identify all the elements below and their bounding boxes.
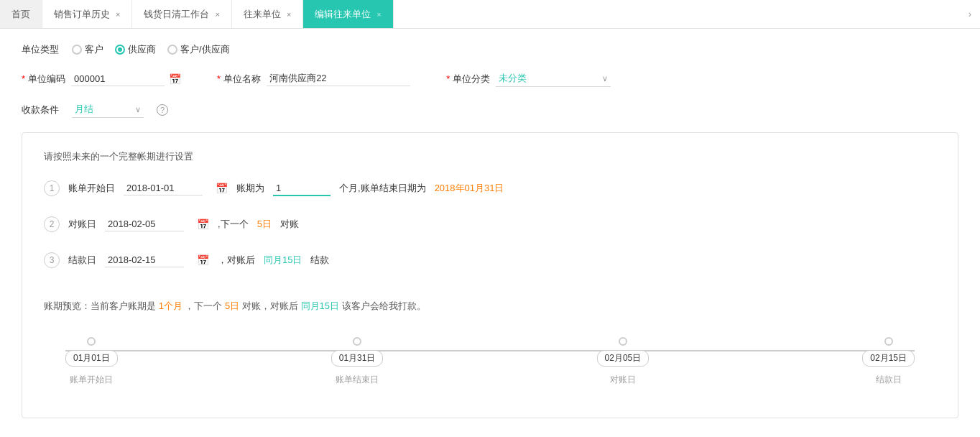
unit-cat-required: *: [446, 73, 450, 84]
preview-suffix: 该客户会给我打款。: [342, 300, 426, 311]
node-label-3: 对账日: [610, 374, 636, 386]
tab-edit-partner-label: 编辑往来单位: [315, 8, 371, 21]
chevron-right-icon: ›: [969, 9, 971, 19]
tab-partners-label: 往来单位: [244, 8, 281, 21]
step2-suffix: 对账: [280, 218, 299, 231]
preview-5day: 5日: [225, 300, 239, 311]
node-tag-2: 01月31日: [331, 350, 384, 367]
tab-more-button[interactable]: ›: [960, 0, 980, 28]
tab-bar: 首页 销售订单历史 × 钱货日清工作台 × 往来单位 × 编辑往来单位 × ›: [0, 0, 980, 29]
radio-customer-label: 客户: [85, 43, 103, 56]
step1-cal-icon[interactable]: 📅: [216, 183, 228, 194]
tab-sales-label: 销售订单历史: [54, 8, 110, 21]
radio-both[interactable]: 客户/供应商: [167, 43, 230, 56]
unit-category-dropdown[interactable]: 未分类 ∨: [496, 70, 611, 87]
tab-edit-partner[interactable]: 编辑往来单位 ×: [303, 0, 393, 28]
section-title: 请按照未来的一个完整帐期进行设置: [44, 150, 936, 163]
payment-dropdown[interactable]: 月结 ∨: [72, 101, 144, 118]
preview-same15: 同月15日: [301, 300, 339, 311]
node-label-4: 结款日: [876, 374, 902, 386]
timeline-inner: 01月01日 账单开始日 01月31日 账单结束日 02月05日 对账日: [65, 337, 915, 386]
node-tag-3: 02月05日: [597, 350, 650, 367]
step-num-2: 2: [44, 216, 60, 232]
main-content: 单位类型 客户 供应商 客户/供应商 * 单位编码 📅: [0, 29, 980, 437]
unit-code-label: 单位编码: [28, 73, 65, 86]
payment-value: 月结: [75, 103, 132, 116]
radio-supplier-circle: [115, 45, 125, 55]
unit-type-row: 单位类型 客户 供应商 客户/供应商: [22, 43, 958, 56]
step3-date-input[interactable]: [105, 253, 184, 267]
preview-comma1: ，下一个: [185, 300, 222, 311]
unit-info-row: * 单位编码 📅 * 单位名称 * 单位分类 未分类 ∨: [22, 70, 958, 87]
step-row-2: 2 对账日 📅 ,下一个 5日 对账: [44, 216, 936, 232]
radio-supplier-label: 供应商: [128, 43, 156, 56]
step2-cal-icon[interactable]: 📅: [197, 218, 209, 230]
unit-code-group: * 单位编码 📅: [22, 72, 181, 86]
unit-code-required: *: [22, 73, 25, 84]
payment-label: 收款条件: [22, 104, 59, 116]
step3-prefix: ，对账后: [218, 254, 255, 267]
unit-category-value: 未分类: [499, 72, 599, 85]
step1-mid-text: 账期为: [236, 182, 264, 195]
timeline-node-4: 02月15日 结款日: [862, 337, 915, 386]
preview-mid: 对账，对账后: [242, 300, 298, 311]
tab-sales-order-history[interactable]: 销售订单历史 ×: [42, 0, 132, 28]
timeline-node-1: 01月01日 账单开始日: [65, 337, 118, 386]
radio-supplier-dot: [118, 47, 122, 52]
unit-category-label: 单位分类: [453, 73, 490, 86]
tab-home[interactable]: 首页: [0, 0, 42, 28]
timeline-node-3: 02月05日 对账日: [597, 337, 650, 386]
step3-cal-icon[interactable]: 📅: [197, 254, 209, 266]
node-tag-4: 02月15日: [862, 350, 915, 367]
unit-name-group: * 单位名称: [217, 72, 410, 86]
tab-home-label: 首页: [11, 8, 30, 21]
step2-highlight: 5日: [257, 218, 272, 231]
step1-suffix: 个月,账单结束日期为: [339, 182, 426, 195]
radio-both-circle: [167, 45, 177, 55]
step3-suffix: 结款: [310, 254, 329, 267]
step1-date-input[interactable]: [124, 181, 203, 196]
unit-category-group: * 单位分类 未分类 ∨: [446, 70, 611, 87]
tab-partners[interactable]: 往来单位 ×: [232, 0, 303, 28]
timeline-node-2: 01月31日 账单结束日: [331, 337, 384, 386]
step-num-1: 1: [44, 180, 60, 196]
unit-name-input[interactable]: [267, 72, 410, 86]
step-row-3: 3 结款日 📅 ，对账后 同月15日 结款: [44, 252, 936, 268]
unit-code-icon[interactable]: 📅: [169, 73, 181, 85]
preview-row: 账期预览：当前客户账期是 1个月 ，下一个 5日 对账，对账后 同月15日 该客…: [44, 288, 936, 330]
unit-name-label: 单位名称: [223, 73, 261, 86]
unit-name-required: *: [217, 73, 221, 84]
step1-period-input[interactable]: [273, 181, 330, 196]
radio-both-label: 客户/供应商: [180, 43, 230, 56]
tab-partners-close-icon[interactable]: ×: [287, 10, 291, 19]
unit-type-radio-group: 客户 供应商 客户/供应商: [72, 43, 230, 56]
radio-customer[interactable]: 客户: [72, 43, 103, 56]
step1-end-date: 2018年01月31日: [435, 182, 504, 195]
tab-sales-close-icon[interactable]: ×: [116, 10, 120, 19]
step-label-3: 结款日: [68, 254, 96, 267]
step-label-1: 账单开始日: [68, 182, 115, 195]
billing-cycle-section: 请按照未来的一个完整帐期进行设置 1 账单开始日 📅 账期为 个月,账单结束日期…: [22, 132, 958, 418]
unit-category-arrow-icon: ∨: [602, 74, 608, 83]
unit-code-input[interactable]: [71, 72, 165, 86]
node-label-1: 账单开始日: [70, 374, 113, 386]
tab-cash-label: 钱货日清工作台: [144, 8, 209, 21]
radio-supplier[interactable]: 供应商: [115, 43, 156, 56]
tab-cash-close-icon[interactable]: ×: [215, 10, 219, 19]
timeline-wrap: 01月01日 账单开始日 01月31日 账单结束日 02月05日 对账日: [44, 330, 936, 400]
node-dot-4: [884, 337, 893, 346]
node-label-2: 账单结束日: [336, 374, 379, 386]
preview-1month: 1个月: [159, 300, 182, 311]
step-num-3: 3: [44, 252, 60, 268]
payment-row: 收款条件 月结 ∨ ?: [22, 101, 958, 118]
unit-type-label: 单位类型: [22, 43, 59, 56]
tab-cash-work[interactable]: 钱货日清工作台 ×: [132, 0, 231, 28]
node-dot-3: [619, 337, 627, 346]
tab-edit-partner-close-icon[interactable]: ×: [376, 10, 381, 19]
step3-highlight: 同月15日: [264, 254, 302, 267]
step-row-1: 1 账单开始日 📅 账期为 个月,账单结束日期为 2018年01月31日: [44, 180, 936, 196]
preview-prefix: 账期预览：当前客户账期是: [44, 300, 156, 311]
node-dot-2: [353, 337, 361, 346]
payment-help-icon[interactable]: ?: [157, 104, 168, 116]
step2-date-input[interactable]: [105, 217, 184, 231]
